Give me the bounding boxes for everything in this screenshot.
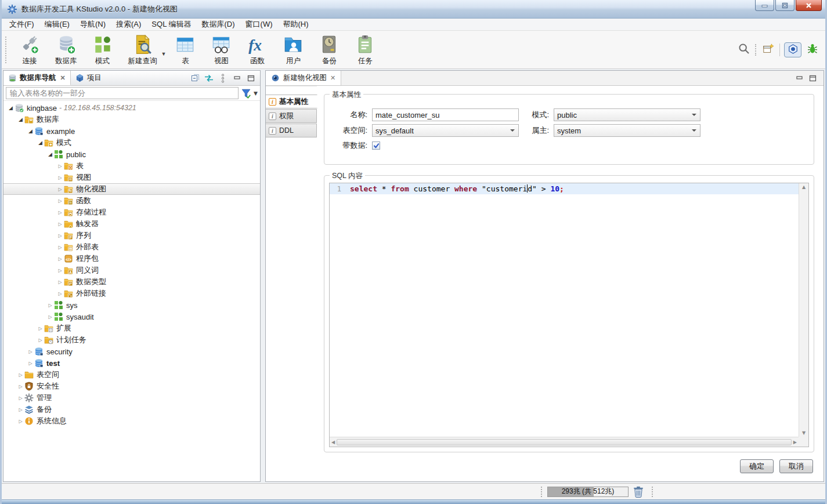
- open-perspective-button[interactable]: [761, 43, 775, 57]
- filter-funnel-icon[interactable]: [241, 88, 251, 99]
- tree-collapsed-arrow-icon[interactable]: ▷: [56, 280, 64, 285]
- toolbar-button-function[interactable]: fx 函数: [239, 32, 275, 67]
- tree-item-计划任务[interactable]: ▷ 计划任务: [3, 334, 260, 346]
- menu-item-2[interactable]: 导航(N): [75, 18, 111, 31]
- tree-item-扩展[interactable]: ▷ 扩展: [3, 322, 260, 334]
- menu-item-6[interactable]: 窗口(W): [240, 18, 278, 31]
- minimize-view-icon[interactable]: [796, 75, 803, 81]
- tree-item-存储过程[interactable]: ▷ 存储过程: [3, 206, 260, 218]
- owner-select[interactable]: system: [554, 124, 700, 137]
- tree-collapsed-arrow-icon[interactable]: ▷: [56, 268, 64, 273]
- scroll-left-icon[interactable]: ◀: [331, 440, 335, 445]
- ok-button[interactable]: 确定: [740, 459, 774, 473]
- tree-collapsed-arrow-icon[interactable]: ▷: [27, 361, 34, 366]
- maximize-view-icon[interactable]: [246, 74, 255, 83]
- tree-collapsed-arrow-icon[interactable]: ▷: [56, 256, 64, 262]
- tab-database-navigator[interactable]: 数据库导航✕: [3, 71, 71, 85]
- menu-item-5[interactable]: 数据库(D): [197, 18, 240, 31]
- statusbar-drag-handle[interactable]: [652, 487, 655, 497]
- menu-item-1[interactable]: 编辑(E): [39, 18, 75, 31]
- tree-item-模式[interactable]: ◢ 模式: [3, 137, 260, 148]
- tree-collapsed-arrow-icon[interactable]: ▷: [56, 164, 64, 169]
- menu-item-4[interactable]: SQL 编辑器: [146, 18, 196, 31]
- tab-close-icon[interactable]: ✕: [60, 74, 66, 82]
- close-button[interactable]: [796, 0, 822, 11]
- tree-item-安全性[interactable]: ▷ 安全性: [3, 380, 260, 392]
- toolbar-button-database[interactable]: 数据库: [48, 32, 85, 67]
- toolbar-drag-handle[interactable]: [5, 37, 8, 63]
- tree-collapsed-arrow-icon[interactable]: ▷: [37, 338, 44, 343]
- perspective-active-button[interactable]: [784, 42, 801, 57]
- toolbar-button-schema[interactable]: 模式: [85, 32, 121, 67]
- cancel-button[interactable]: 取消: [779, 459, 813, 473]
- tree-item-数据类型[interactable]: ▷ 数据类型: [3, 276, 260, 288]
- tree-collapsed-arrow-icon[interactable]: ▷: [27, 349, 34, 354]
- sql-editor[interactable]: 1 select * from customer where "customer…: [329, 183, 809, 447]
- tree-expanded-arrow-icon[interactable]: ◢: [17, 117, 24, 122]
- tree-item-系统信息[interactable]: ▷ 系统信息: [3, 415, 260, 427]
- with-data-checkbox[interactable]: [372, 142, 380, 150]
- tree-collapsed-arrow-icon[interactable]: ▷: [56, 222, 64, 227]
- garbage-collect-icon[interactable]: [633, 486, 644, 498]
- tree-item-example[interactable]: ◢ example: [3, 125, 260, 137]
- tree-filter-input[interactable]: [6, 87, 239, 99]
- restore-button[interactable]: [775, 0, 795, 11]
- tree-item-test[interactable]: ▷ test: [3, 357, 260, 369]
- tree-item-程序包[interactable]: ▷ </> 程序包: [3, 253, 260, 264]
- toolbar-button-table[interactable]: 表: [167, 32, 203, 67]
- tab-project[interactable]: 项目: [71, 71, 106, 85]
- tree-item-备份[interactable]: ▷ 备份: [3, 404, 260, 415]
- tree-expanded-arrow-icon[interactable]: ◢: [7, 105, 15, 111]
- toolbar-button-backup[interactable]: 备份: [311, 32, 347, 67]
- tree-item-表[interactable]: ▷ 表: [3, 160, 260, 172]
- tree-item-外部表[interactable]: ▷ 外部表: [3, 241, 260, 253]
- minimize-button[interactable]: [755, 0, 774, 11]
- tree-item-物化视图[interactable]: ▷ 物化视图: [3, 183, 260, 195]
- scroll-down-icon[interactable]: ▼: [802, 430, 806, 436]
- tree-item-序列[interactable]: ▷ 序列: [3, 230, 260, 241]
- tree-collapsed-arrow-icon[interactable]: ▷: [17, 372, 24, 378]
- name-input[interactable]: [372, 108, 519, 121]
- side-tab-权限[interactable]: i 权限: [266, 109, 317, 123]
- filter-menu-caret[interactable]: ▼: [254, 90, 258, 96]
- toolbar-drag-handle[interactable]: [755, 44, 757, 56]
- vertical-scrollbar[interactable]: ▲ ▼: [799, 183, 808, 437]
- tree-item-函数[interactable]: ▷ fx 函数: [3, 195, 260, 206]
- tree-expanded-arrow-icon[interactable]: ◢: [37, 140, 44, 146]
- minimize-view-icon[interactable]: [232, 74, 241, 83]
- schema-select[interactable]: public: [554, 108, 700, 121]
- tree-item-视图[interactable]: ▷ 视图: [3, 172, 260, 183]
- tree-collapsed-arrow-icon[interactable]: ▷: [56, 210, 64, 215]
- tree-item-触发器[interactable]: ▷ 触发器: [3, 218, 260, 230]
- new-query-dropdown-caret[interactable]: ▼: [161, 51, 167, 57]
- collapse-all-icon[interactable]: [190, 74, 200, 83]
- tree-expanded-arrow-icon[interactable]: ◢: [46, 151, 54, 157]
- toolbar-button-user[interactable]: 用户: [275, 32, 311, 67]
- side-tab-基本属性[interactable]: i 基本属性: [266, 95, 317, 108]
- tree-collapsed-arrow-icon[interactable]: ▷: [17, 396, 24, 401]
- tab-new-materialized-view[interactable]: 新建物化视图 ✕: [266, 71, 341, 85]
- tree-collapsed-arrow-icon[interactable]: ▷: [56, 291, 64, 296]
- tab-close-icon[interactable]: ✕: [330, 74, 335, 82]
- toolbar-button-task[interactable]: 任务: [347, 32, 383, 67]
- horizontal-scrollbar[interactable]: ◀ ▶: [330, 437, 799, 447]
- tree-collapsed-arrow-icon[interactable]: ▷: [56, 187, 64, 192]
- toolbar-button-new-query[interactable]: 新建查询: [121, 32, 165, 67]
- tree-collapsed-arrow-icon[interactable]: ▷: [56, 245, 64, 250]
- tree-collapsed-arrow-icon[interactable]: ▷: [17, 419, 24, 424]
- tablespace-select[interactable]: sys_default: [372, 124, 519, 137]
- tree-collapsed-arrow-icon[interactable]: ▷: [46, 303, 54, 308]
- tree-item-public[interactable]: ◢ public: [3, 148, 260, 160]
- menu-item-0[interactable]: 文件(F): [4, 18, 39, 31]
- toolbar-button-view[interactable]: 视图: [203, 32, 239, 67]
- tree-collapsed-arrow-icon[interactable]: ▷: [56, 175, 64, 180]
- sql-line-1[interactable]: 1 select * from customer where "customer…: [330, 183, 808, 194]
- link-with-editor-icon[interactable]: [204, 74, 214, 83]
- tree-item-sysaudit[interactable]: ▷ sysaudit: [3, 311, 260, 322]
- search-button[interactable]: [737, 43, 751, 57]
- tree-collapsed-arrow-icon[interactable]: ▷: [56, 233, 64, 238]
- statusbar-drag-handle[interactable]: [541, 487, 544, 497]
- debug-button[interactable]: [806, 43, 819, 57]
- tree-item-外部链接[interactable]: ▷ 外部链接: [3, 288, 260, 299]
- tree-item-同义词[interactable]: ▷ A 同义词: [3, 264, 260, 276]
